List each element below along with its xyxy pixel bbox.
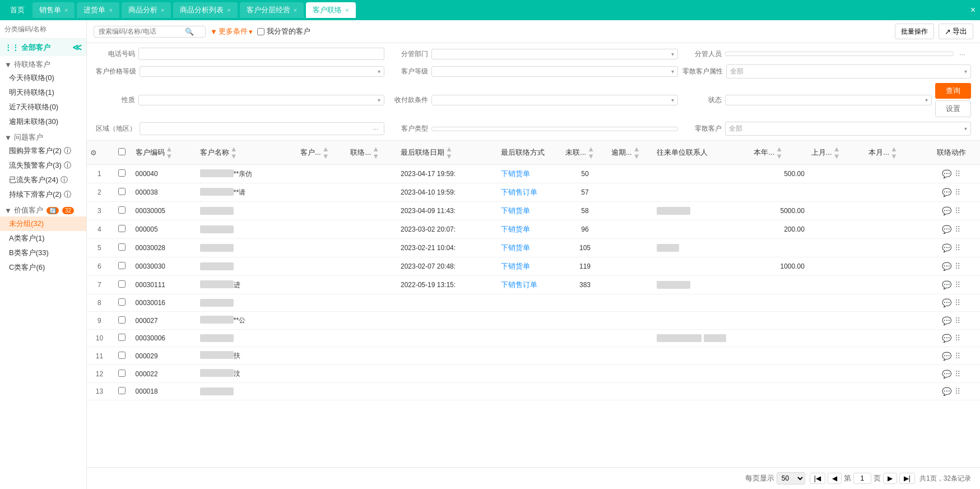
- last-way-link[interactable]: 下销货单: [501, 243, 530, 252]
- row-checkbox[interactable]: [118, 370, 126, 377]
- batch-operation-button[interactable]: 批量操作: [895, 24, 934, 39]
- close-tab-icon[interactable]: ×: [64, 7, 68, 13]
- tab-purchase-order[interactable]: 进货单 ×: [77, 2, 119, 18]
- retail-customer-select[interactable]: 全部 ▾: [725, 122, 971, 136]
- settings-icon[interactable]: ⚙: [90, 149, 97, 157]
- sidebar-search-input[interactable]: [4, 25, 87, 33]
- customer-level-select[interactable]: ▾: [431, 66, 677, 77]
- retail-attr-select[interactable]: 全部 ▾: [726, 64, 971, 79]
- grid-icon[interactable]: ⠿: [955, 243, 960, 252]
- reset-button[interactable]: 设置: [935, 100, 971, 117]
- grid-icon[interactable]: ⠿: [955, 334, 960, 343]
- filter-search-input[interactable]: [99, 27, 183, 35]
- sort-code[interactable]: 客户编码 ▲▼: [136, 145, 193, 160]
- region-more-icon[interactable]: ···: [370, 124, 380, 133]
- filter-search-icon[interactable]: 🔍: [185, 27, 194, 36]
- problem-customers-group[interactable]: ▼ 问题客户: [0, 129, 86, 144]
- row-checkbox[interactable]: [118, 169, 126, 177]
- grid-icon[interactable]: ⠿: [955, 206, 960, 215]
- row-checkbox[interactable]: [118, 298, 126, 306]
- phone-input[interactable]: [138, 48, 384, 60]
- grid-icon[interactable]: ⠿: [955, 298, 960, 307]
- row-checkbox[interactable]: [118, 352, 126, 359]
- row-checkbox[interactable]: [118, 206, 126, 214]
- chat-icon[interactable]: 💬: [942, 225, 951, 234]
- grid-icon[interactable]: ⠿: [955, 188, 960, 197]
- prev-page-button[interactable]: ◀: [828, 473, 842, 484]
- property-select[interactable]: ▾: [138, 95, 384, 105]
- sidebar-item-class-b[interactable]: B类客户(33): [0, 246, 86, 260]
- last-way-link[interactable]: 下销售订单: [501, 280, 537, 289]
- row-checkbox[interactable]: [118, 225, 126, 232]
- last-way-link[interactable]: 下销货单: [501, 225, 530, 233]
- status-select[interactable]: ▾: [725, 95, 932, 105]
- chat-icon[interactable]: 💬: [942, 169, 951, 178]
- grid-icon[interactable]: ⠿: [955, 387, 960, 396]
- tab-customer-segment[interactable]: 客户分层经营 ×: [240, 2, 304, 18]
- chat-icon[interactable]: 💬: [942, 298, 951, 307]
- per-page-select-input[interactable]: 50 100 200: [777, 472, 805, 485]
- sort-name[interactable]: 客户名称 ▲▼: [200, 145, 294, 160]
- chat-icon[interactable]: 💬: [942, 206, 951, 215]
- close-tab-icon[interactable]: ×: [345, 7, 349, 13]
- sidebar-item-churned[interactable]: 已流失客户(24) ⓘ: [0, 173, 86, 187]
- next-page-button[interactable]: ▶: [883, 473, 897, 484]
- chat-icon[interactable]: 💬: [942, 280, 951, 289]
- select-all-checkbox[interactable]: [118, 148, 126, 155]
- my-customers-checkbox[interactable]: [257, 28, 264, 35]
- home-tab[interactable]: 首页: [4, 5, 30, 15]
- chat-icon[interactable]: 💬: [942, 334, 951, 343]
- close-tab-icon[interactable]: ×: [227, 7, 230, 13]
- payment-select[interactable]: ▾: [431, 95, 677, 105]
- row-checkbox[interactable]: [118, 188, 126, 195]
- grid-icon[interactable]: ⠿: [955, 262, 960, 271]
- chat-icon[interactable]: 💬: [942, 387, 951, 396]
- more-options-icon[interactable]: ···: [957, 50, 968, 58]
- close-tab-icon[interactable]: ×: [109, 7, 112, 13]
- last-way-link[interactable]: 下销货单: [501, 169, 530, 178]
- sidebar-item-class-c[interactable]: C类客户(6): [0, 260, 86, 275]
- sidebar-item-7days-pending[interactable]: 近7天待联络(0): [0, 100, 86, 114]
- row-checkbox[interactable]: [118, 316, 126, 324]
- row-checkbox[interactable]: [118, 280, 126, 288]
- row-checkbox[interactable]: [118, 387, 126, 394]
- collapse-icon[interactable]: ≪: [72, 42, 82, 53]
- chat-icon[interactable]: 💬: [942, 316, 951, 325]
- dept-select[interactable]: ▾: [431, 49, 677, 59]
- grid-icon[interactable]: ⠿: [955, 169, 960, 178]
- sidebar-item-class-a[interactable]: A类客户(1): [0, 231, 86, 246]
- filter-more-conditions[interactable]: ▼ 更多条件 ▾: [210, 26, 253, 36]
- grid-icon[interactable]: ⠿: [955, 225, 960, 234]
- query-button[interactable]: 查询: [935, 83, 971, 99]
- sidebar-item-churn-warning[interactable]: 流失预警客户(3) ⓘ: [0, 158, 86, 173]
- first-page-button[interactable]: |◀: [810, 473, 825, 484]
- chat-icon[interactable]: 💬: [942, 262, 951, 271]
- pending-contact-group[interactable]: ▼ 待联络客户: [0, 56, 86, 71]
- sidebar-item-overdue-pending[interactable]: 逾期未联络(30): [0, 114, 86, 129]
- chat-icon[interactable]: 💬: [942, 352, 951, 361]
- page-number-input[interactable]: [853, 473, 871, 484]
- tab-product-analysis[interactable]: 商品分析 ×: [122, 2, 171, 18]
- row-checkbox[interactable]: [118, 262, 126, 269]
- close-all-tabs-icon[interactable]: ×: [970, 5, 976, 15]
- price-level-select[interactable]: ▾: [140, 66, 384, 77]
- sidebar-item-ungroup[interactable]: 未分组(32): [0, 216, 86, 231]
- sidebar-item-tomorrow-pending[interactable]: 明天待联络(1): [0, 85, 86, 100]
- row-checkbox[interactable]: [118, 334, 126, 341]
- export-button[interactable]: ↗ 导出: [939, 24, 973, 39]
- last-way-link[interactable]: 下销货单: [501, 262, 530, 270]
- tab-sales-order[interactable]: 销售单 ×: [32, 2, 75, 18]
- customer-type-select[interactable]: [431, 127, 677, 131]
- sidebar-item-today-pending[interactable]: 今天待联络(0): [0, 71, 86, 85]
- close-tab-icon[interactable]: ×: [294, 7, 297, 13]
- manager-select[interactable]: [725, 52, 954, 56]
- value-customers-group[interactable]: ▼ 价值客户 🔄 32: [0, 202, 86, 216]
- tab-customer-contact[interactable]: 客户联络 ×: [306, 2, 355, 18]
- all-customers-header[interactable]: ⋮⋮ 全部客户 ≪: [0, 39, 86, 56]
- sidebar-item-hoarding[interactable]: 囤购异常客户(2) ⓘ: [0, 144, 86, 158]
- last-way-link[interactable]: 下销货单: [501, 206, 530, 215]
- close-tab-icon[interactable]: ×: [161, 7, 164, 13]
- grid-icon[interactable]: ⠿: [955, 280, 960, 289]
- last-page-button[interactable]: ▶|: [899, 473, 915, 484]
- chat-icon[interactable]: 💬: [942, 243, 951, 252]
